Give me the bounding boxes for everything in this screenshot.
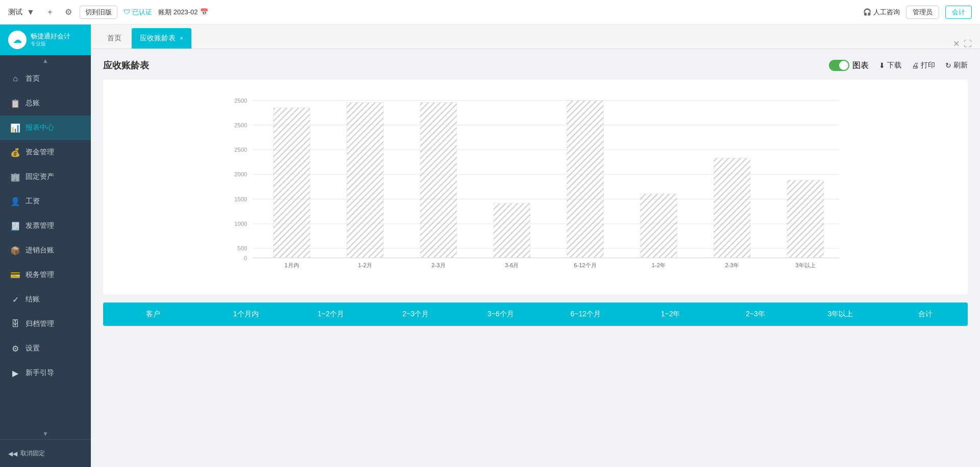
sidebar-scroll: ⌂ 首页 📋 总账 📊 报表中心 💰 资金管理 🏢 固定资产 👤 工资 🧾 发票… [0, 66, 91, 428]
chart-svg: 2500 2500 2500 2000 1500 1000 500 0 [113, 90, 958, 284]
bar-chart: 2500 2500 2500 2000 1500 1000 500 0 [113, 90, 958, 284]
bar-1-2年 [640, 194, 677, 258]
salary-icon: 👤 [10, 197, 20, 206]
service-button[interactable]: 🎧 人工咨询 [863, 8, 900, 17]
svg-text:2-3年: 2-3年 [725, 262, 739, 268]
tab-close-window-icon[interactable]: ✕ [953, 39, 960, 49]
download-button[interactable]: ⬇ 下载 [879, 61, 901, 70]
sidebar-item-archive[interactable]: 🗄 归档管理 [0, 312, 91, 336]
period-info: 账期 2023-02 📅 [158, 8, 208, 17]
sidebar-item-invoice[interactable]: 🧾 发票管理 [0, 214, 91, 238]
user-button[interactable]: 管理员 [906, 6, 939, 19]
topbar-right: 🎧 人工咨询 管理员 会计 [863, 6, 972, 19]
toggle-switch[interactable] [829, 60, 849, 71]
tab-expand-icon[interactable]: ⛶ [964, 39, 972, 49]
sidebar-label-guide: 新手引导 [26, 368, 54, 378]
sidebar-item-salary[interactable]: 👤 工资 [0, 189, 91, 214]
svg-text:0: 0 [244, 255, 247, 261]
table-header-cell: 3~6个月 [458, 302, 543, 326]
table-header-cell: 2~3年 [713, 302, 798, 326]
sidebar-item-report[interactable]: 📊 报表中心 [0, 115, 91, 140]
sidebar-item-trade[interactable]: 📦 进销台账 [0, 238, 91, 263]
tab-bar: 首页应收账龄表× ✕ ⛶ [91, 25, 980, 49]
calendar-icon[interactable]: 📅 [200, 8, 208, 16]
main-layout: ☁ 畅捷通好会计 专业版 ▲ ⌂ 首页 📋 总账 📊 报表中心 💰 资金管理 🏢… [0, 25, 980, 467]
assets-icon: 🏢 [10, 172, 20, 182]
ledger-icon: 📋 [10, 99, 20, 108]
certified-badge: 🛡 已认证 [124, 8, 152, 17]
chart-toggle[interactable]: 图表 [829, 60, 869, 71]
bar-6-12月 [567, 101, 604, 258]
logo-text: 畅捷通好会计 专业版 [31, 32, 70, 48]
role-button[interactable]: 会计 [945, 6, 972, 19]
settings-button[interactable]: ⚙ [61, 5, 76, 19]
download-icon: ⬇ [879, 61, 885, 69]
svg-text:500: 500 [237, 245, 247, 251]
svg-text:3年以上: 3年以上 [795, 262, 815, 268]
bar-3年以上 [787, 180, 824, 258]
sidebar-label-settings: 设置 [26, 344, 40, 353]
tab-label-home: 首页 [107, 34, 121, 43]
table-header-cell: 1~2个月 [288, 302, 373, 326]
refresh-label: 刷新 [953, 61, 968, 70]
sidebar-label-trade: 进销台账 [26, 246, 54, 255]
sidebar-item-settings[interactable]: ⚙ 设置 [0, 336, 91, 361]
content-area: 首页应收账龄表× ✕ ⛶ 应收账龄表 图表 ⬇ 下载 [91, 25, 980, 467]
sidebar-item-tax[interactable]: 💳 税务管理 [0, 263, 91, 287]
report-icon: 📊 [10, 123, 20, 133]
home-icon: ⌂ [10, 74, 20, 83]
tab-aging[interactable]: 应收账龄表× [132, 28, 191, 49]
sidebar-item-funds[interactable]: 💰 资金管理 [0, 140, 91, 165]
tab-close-aging[interactable]: × [180, 35, 183, 42]
settings-icon: ⚙ [10, 344, 20, 354]
funds-icon: 💰 [10, 148, 20, 157]
page-header-actions: 图表 ⬇ 下载 🖨 打印 ↻ 刷新 [829, 60, 968, 71]
table-header-cell: 6~12个月 [543, 302, 628, 326]
add-button[interactable]: + [43, 5, 57, 19]
svg-text:3-6月: 3-6月 [505, 262, 519, 268]
tab-home[interactable]: 首页 [99, 28, 130, 49]
svg-text:2000: 2000 [234, 171, 247, 177]
sidebar-item-assets[interactable]: 🏢 固定资产 [0, 165, 91, 189]
sidebar-label-ledger: 总账 [26, 99, 40, 108]
sidebar-label-salary: 工资 [26, 197, 40, 206]
sidebar-item-home[interactable]: ⌂ 首页 [0, 66, 91, 91]
bar-3-6月 [494, 203, 530, 258]
svg-text:1-2年: 1-2年 [652, 262, 666, 268]
headset-icon: 🎧 [863, 8, 871, 16]
svg-text:6-12个月: 6-12个月 [574, 262, 597, 268]
table-header-cell: 客户 [103, 302, 203, 326]
sidebar-item-close[interactable]: ✓ 结账 [0, 287, 91, 312]
company-dropdown-icon[interactable]: ▼ [27, 8, 35, 17]
period-label: 账期 [158, 8, 172, 17]
table-header-cell: 合计 [883, 302, 968, 326]
sidebar-label-invoice: 发票管理 [26, 221, 54, 230]
scroll-up-arrow[interactable]: ▲ [42, 57, 48, 64]
invoice-icon: 🧾 [10, 221, 20, 231]
trade-icon: 📦 [10, 246, 20, 255]
sidebar-label-funds: 资金管理 [26, 148, 54, 157]
logo-sub: 专业版 [31, 40, 70, 48]
chart-container: 2500 2500 2500 2000 1500 1000 500 0 [103, 80, 968, 294]
table-header-cell: 1个月内 [203, 302, 288, 326]
page-content: 应收账龄表 图表 ⬇ 下载 🖨 打印 [91, 49, 980, 467]
svg-text:1000: 1000 [234, 221, 247, 227]
sidebar-logo: ☁ 畅捷通好会计 专业版 [0, 25, 91, 55]
refresh-icon: ↻ [945, 61, 951, 69]
refresh-button[interactable]: ↻ 刷新 [945, 61, 968, 70]
scroll-down-arrow[interactable]: ▼ [42, 430, 48, 437]
unpin-button[interactable]: ◀◀ 取消固定 [0, 445, 91, 462]
page-title: 应收账龄表 [103, 59, 149, 72]
bar-1月内 [273, 108, 310, 258]
sidebar-label-home: 首页 [26, 74, 40, 83]
sidebar-bottom: ◀◀ 取消固定 [0, 439, 91, 467]
sidebar-item-ledger[interactable]: 📋 总账 [0, 91, 91, 115]
sidebar-item-guide[interactable]: ▶ 新手引导 [0, 361, 91, 385]
sidebar-label-assets: 固定资产 [26, 172, 54, 181]
print-button[interactable]: 🖨 打印 [912, 61, 935, 70]
table-header-cell: 3年以上 [798, 302, 883, 326]
tab-bar-right: ✕ ⛶ [953, 39, 972, 49]
download-label: 下载 [887, 61, 901, 70]
pin-icon: ◀◀ [8, 450, 17, 457]
switch-old-version-button[interactable]: 切到旧版 [80, 6, 117, 19]
